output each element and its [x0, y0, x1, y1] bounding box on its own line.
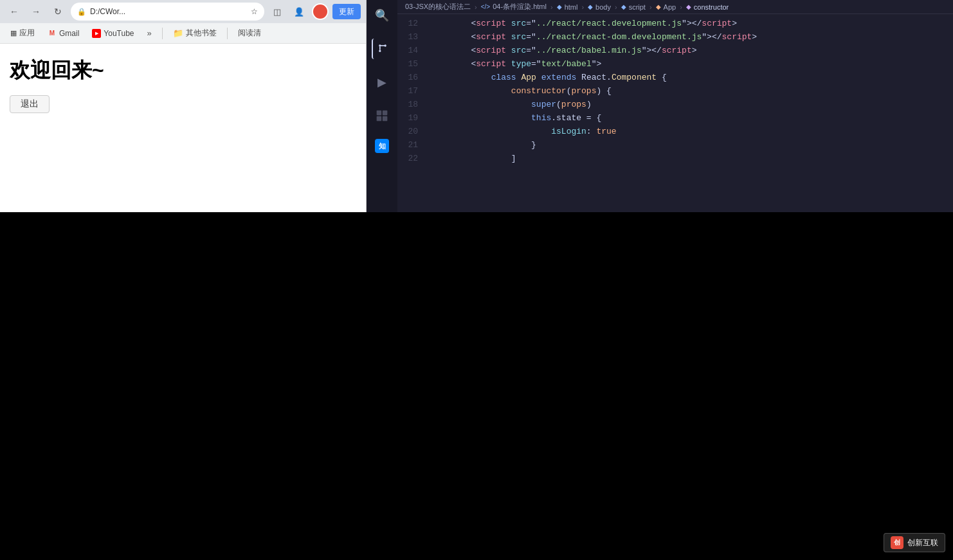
code-line: 19 this.state = { — [397, 111, 953, 125]
breadcrumb-icon2: ◆ — [557, 3, 562, 10]
zhihu-icon[interactable]: 知 — [375, 139, 389, 153]
black-area — [0, 212, 953, 560]
bookmark-other[interactable]: 📁 其他书签 — [168, 26, 222, 41]
welcome-heading: 欢迎回来~ — [10, 57, 356, 85]
bookmark-apps[interactable]: ▦ 应用 — [5, 26, 40, 41]
code-line: 20 isLogin: true — [397, 125, 953, 138]
svg-rect-5 — [383, 116, 388, 122]
breadcrumb-part3: html — [565, 3, 578, 11]
youtube-label: YouTube — [104, 29, 134, 38]
bookmark-gmail[interactable]: M Gmail — [42, 27, 84, 40]
code-line: 12 <script src="../react/react.developme… — [397, 17, 953, 30]
code-line: 18 super(props) — [397, 98, 953, 111]
browser-window: ← → ↻ 🔒 D:/CWor... ☆ ◫ 👤 更新 ▦ 应用 M Gmail… — [0, 0, 367, 212]
address-text: D:/CWor... — [90, 7, 247, 16]
code-line: 16 class App extends React.Component { — [397, 71, 953, 84]
code-line: 21 } — [397, 138, 953, 152]
breadcrumb-sep6: › — [680, 3, 682, 11]
profile-icon[interactable]: 👤 — [290, 3, 308, 21]
extensions-icon[interactable] — [372, 105, 392, 126]
star-icon: ☆ — [251, 7, 258, 16]
svg-rect-4 — [377, 116, 382, 122]
code-line: 15 <script type="text/babel"> — [397, 57, 953, 71]
svg-rect-2 — [377, 111, 382, 116]
code-line: 22 ] — [397, 152, 953, 165]
bookmarks-divider — [162, 28, 163, 39]
forward-button[interactable]: → — [27, 3, 45, 21]
gmail-label: Gmail — [59, 29, 79, 38]
breadcrumb-sep2: › — [550, 3, 553, 11]
extensions-icon[interactable]: ◫ — [268, 3, 286, 21]
watermark: 创 创新互联 — [884, 533, 945, 552]
activity-bar: 🔍 ▶ 知 — [367, 0, 397, 212]
other-bookmarks-label: 其他书签 — [186, 28, 217, 39]
reading-label: 阅读清 — [238, 28, 261, 39]
breadcrumb-part4: body — [595, 3, 611, 11]
breadcrumb-part1: 03-JSX的核心语法二 — [405, 2, 471, 12]
breadcrumb-icon6: ◆ — [686, 3, 691, 10]
watermark-logo: 创 — [891, 536, 903, 549]
watermark-text: 创新互联 — [907, 537, 938, 548]
breadcrumb-sep5: › — [649, 3, 652, 11]
logout-button[interactable]: 退出 — [10, 95, 50, 113]
folder-icon: 📁 — [173, 28, 183, 38]
breadcrumb-icon3: ◆ — [588, 3, 593, 10]
apps-label: 应用 — [19, 28, 35, 39]
apps-grid-icon: ▦ — [10, 29, 17, 37]
code-editor[interactable]: 12 <script src="../react/react.developme… — [397, 14, 953, 212]
browser-content: 欢迎回来~ 退出 — [0, 44, 366, 212]
breadcrumb-icon1: </> — [481, 3, 490, 10]
breadcrumb-sep3: › — [581, 3, 584, 11]
more-bookmarks-button[interactable]: » — [142, 26, 157, 40]
editor-area: 03-JSX的核心语法二 › </> 04-条件渲染.html › ◆ html… — [397, 0, 953, 212]
breadcrumb-part6: App — [664, 3, 676, 11]
bookmarks-divider2 — [227, 28, 228, 39]
breadcrumb-part5: script — [629, 3, 646, 11]
breadcrumb-part2: 04-条件渲染.html — [493, 2, 547, 12]
youtube-favicon — [92, 29, 101, 38]
refresh-button[interactable]: 更新 — [332, 4, 361, 19]
vscode-window: 🔍 ▶ 知 03-JSX的核心语法二 › </> 04-条件渲染.htm — [367, 0, 953, 212]
svg-rect-3 — [383, 111, 388, 116]
bookmark-youtube[interactable]: YouTube — [87, 27, 139, 40]
avatar — [312, 3, 329, 20]
bookmark-reading[interactable]: 阅读清 — [233, 26, 266, 41]
run-icon[interactable]: ▶ — [372, 72, 392, 93]
breadcrumb-part7: constructor — [694, 3, 729, 11]
breadcrumb: 03-JSX的核心语法二 › </> 04-条件渲染.html › ◆ html… — [397, 0, 953, 14]
back-button[interactable]: ← — [5, 3, 23, 21]
code-line: 17 constructor(props) { — [397, 84, 953, 98]
address-bar[interactable]: 🔒 D:/CWor... ☆ — [71, 3, 264, 21]
breadcrumb-icon5: ◆ — [656, 3, 661, 10]
reload-button[interactable]: ↻ — [49, 3, 67, 21]
gmail-favicon: M — [48, 29, 57, 38]
breadcrumb-sep4: › — [615, 3, 617, 11]
bookmarks-bar: ▦ 应用 M Gmail YouTube » 📁 其他书签 阅读清 — [0, 23, 366, 44]
source-control-icon[interactable] — [372, 39, 392, 59]
code-line: 13 <script src="../react/react-dom.devel… — [397, 30, 953, 44]
breadcrumb-icon4: ◆ — [621, 3, 626, 10]
code-line: 14 <script src="../react/babel.min.js"><… — [397, 44, 953, 57]
breadcrumb-sep1: › — [475, 3, 477, 11]
lock-icon: 🔒 — [77, 8, 86, 16]
browser-titlebar: ← → ↻ 🔒 D:/CWor... ☆ ◫ 👤 更新 — [0, 0, 366, 23]
search-icon[interactable]: 🔍 — [372, 5, 392, 26]
